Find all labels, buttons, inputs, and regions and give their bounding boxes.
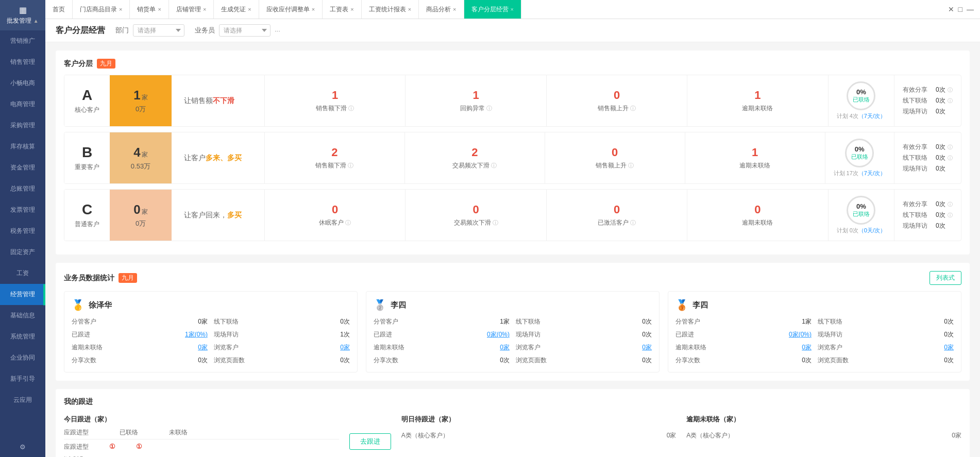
staff-stat-row: 线下联络0次: [516, 317, 652, 326]
sidebar-item-basic[interactable]: 基础信息: [0, 305, 45, 326]
tab-close-sales-order[interactable]: ×: [158, 6, 161, 12]
tier-a-right-stats: 有效分享 0次 ⓘ 线下联络 0次 ⓘ 现场拜访 0次: [894, 75, 961, 126]
customer-tier-badge: 九月: [97, 59, 115, 69]
page-title: 客户分层经营: [56, 25, 105, 36]
main-area: 首页 门店商品目录 × 销货单 × 店铺管理 × 生成凭证 × 应收应付调整单 …: [45, 0, 980, 457]
tier-c-stat-1[interactable]: 0 交易频次下滑 ⓘ: [405, 190, 546, 241]
tier-b-count: 4 家 0.53万: [110, 132, 172, 183]
overdue-follow-title: 逾期未联络（家）: [686, 415, 961, 424]
sidebar-item-salary[interactable]: 工资: [0, 263, 45, 284]
staff-stat-row: 分管客户0家: [72, 317, 208, 326]
tier-a-row: A 核心客户 1 家 0万 让销售额不下滑 1 销售额下滑 ⓘ: [64, 75, 961, 127]
dept-select[interactable]: 请选择: [133, 24, 184, 37]
tab-payroll-report[interactable]: 工资统计报表 ×: [362, 0, 419, 19]
tier-b-row: B 重要客户 4 家 0.53万 让客户多来、多买 2 销售额下滑 ⓘ: [64, 132, 961, 184]
tier-c-slogan: 让客户回来，多买: [172, 190, 264, 241]
go-follow-col: 去跟进: [349, 415, 391, 450]
tier-b-stat-0[interactable]: 2 销售额下滑 ⓘ: [264, 132, 404, 183]
staff-select[interactable]: 请选择: [219, 24, 271, 37]
follow-title: 我的跟进: [64, 397, 93, 407]
close-all-icon[interactable]: ✕: [948, 5, 954, 13]
follow-header: 我的跟进: [64, 397, 961, 407]
staff-stat-row: 分管客户1家: [374, 317, 510, 326]
tab-home[interactable]: 首页: [45, 0, 73, 19]
sidebar-item-finance[interactable]: 资金管理: [0, 157, 45, 178]
tier-a-stat-2[interactable]: 0 销售额上升 ⓘ: [546, 75, 687, 126]
tab-product-analysis[interactable]: 商品分析 ×: [419, 0, 464, 19]
tier-b-stat-1[interactable]: 2 交易频次下滑 ⓘ: [404, 132, 545, 183]
tab-close-ar-ap[interactable]: ×: [312, 6, 315, 12]
sidebar-item-invoice[interactable]: 发票管理: [0, 199, 45, 221]
tier-a-contact: 0% 已联络 计划 4次（7天/次）: [828, 75, 894, 126]
staff-stat-row: 逾期未联络0家: [675, 343, 812, 352]
sidebar-item-batch[interactable]: ▦ 批发管理 ▲: [0, 0, 45, 30]
go-follow-btn[interactable]: 去跟进: [349, 433, 391, 450]
restore-icon[interactable]: □: [958, 5, 962, 13]
list-view-btn[interactable]: 列表式: [930, 271, 961, 285]
sidebar-item-purchase[interactable]: 采购管理: [0, 115, 45, 136]
tier-a-stat-0[interactable]: 1 销售额下滑 ⓘ: [264, 75, 405, 126]
staff-stat-row: 分享次数0次: [374, 356, 510, 365]
staff-stat-row: 分享次数0次: [675, 356, 812, 365]
staff-stats-2: 分管客户1家 线下联络0次 已跟进0家(0%) 现场拜访0次 逾期未联络0家 浏…: [675, 317, 954, 365]
tier-c-stats: 0 休眠客户 ⓘ 0 交易频次下滑 ⓘ 0 已激活客户 ⓘ 0 逾期未联络: [264, 190, 828, 241]
tier-a-stat-3[interactable]: 1 逾期未联络: [687, 75, 827, 126]
tier-a-label: A 核心客户: [64, 75, 110, 126]
silver-medal-icon: 🥈: [374, 299, 386, 311]
sidebar-item-management[interactable]: 经营管理: [0, 284, 45, 305]
tab-sales-order[interactable]: 销货单 ×: [130, 0, 168, 19]
tier-c-stat-2[interactable]: 0 已激活客户 ⓘ: [546, 190, 687, 241]
sidebar-item-ecom[interactable]: 电商管理: [0, 94, 45, 115]
tier-b-stat-3[interactable]: 1 逾期未联络: [685, 132, 825, 183]
dept-filter: 部门 请选择: [115, 24, 184, 37]
tier-a-count: 1 家 0万: [110, 75, 172, 126]
more-filters-icon[interactable]: ···: [275, 27, 280, 35]
sidebar-item-tax[interactable]: 税务管理: [0, 221, 45, 242]
tab-payroll[interactable]: 工资表 ×: [323, 0, 361, 19]
tier-a-stat-1[interactable]: 1 回购异常 ⓘ: [405, 75, 546, 126]
today-follow-col: 今日跟进（家） 应跟进型 已联络 未联络 应跟进型 ① ①: [64, 415, 339, 451]
tab-close-product-analysis[interactable]: ×: [453, 6, 456, 12]
sidebar-item-sales[interactable]: 销售管理: [0, 52, 45, 73]
staff-stat-row: 浏览页面数0次: [214, 356, 350, 365]
tomorrow-follow-col: 明日待跟进（家） A类（核心客户）0家: [401, 415, 677, 440]
sidebar-item-assets[interactable]: 固定资产: [0, 242, 45, 263]
tab-close-customer-tier[interactable]: ×: [511, 6, 514, 12]
tab-close-store-mgmt[interactable]: ×: [203, 6, 206, 12]
tab-store-mgmt[interactable]: 店铺管理 ×: [169, 0, 214, 19]
sidebar-item-collab[interactable]: 企业协同: [0, 347, 45, 368]
sidebar-item-marketing[interactable]: 营销推广: [0, 30, 45, 52]
staff-grid: 🥇 徐泽华 分管客户0家 线下联络0次 已跟进1家(0%) 现场拜访1次 逾期未…: [64, 291, 961, 373]
staff-header-0: 🥇 徐泽华: [72, 299, 350, 311]
staff-badge: 九月: [119, 273, 137, 283]
sidebar-item-cloud[interactable]: 云应用: [0, 390, 45, 411]
staff-stat-row: 现场拜访1次: [214, 330, 350, 339]
staff-card-2: 🥉 李四 分管客户1家 线下联络0次 已跟进0家(0%) 现场拜访0次 逾期未联…: [668, 291, 961, 373]
staff-name-1: 李四: [391, 300, 406, 310]
tab-close-store-products[interactable]: ×: [119, 6, 122, 12]
tab-close-payroll-report[interactable]: ×: [408, 6, 411, 12]
staff-stat-row: 已跟进1家(0%): [72, 330, 208, 339]
staff-stat-row: 逾期未联络0家: [72, 343, 208, 352]
tier-b-label: B 重要客户: [64, 132, 110, 183]
tab-store-products[interactable]: 门店商品目录 ×: [73, 0, 130, 19]
tab-ar-ap[interactable]: 应收应付调整单 ×: [259, 0, 323, 19]
gold-medal-icon: 🥇: [72, 299, 85, 311]
tab-close-gen-voucher[interactable]: ×: [248, 6, 251, 12]
sidebar-item-inventory[interactable]: 库存核算: [0, 136, 45, 157]
sidebar-item-guide[interactable]: 新手引导: [0, 368, 45, 390]
minus-icon[interactable]: —: [967, 5, 974, 13]
tier-c-label: C 普通客户: [64, 190, 110, 241]
sidebar-item-system[interactable]: 系统管理: [0, 326, 45, 347]
tab-customer-tier[interactable]: 客户分层经营 ×: [464, 0, 521, 19]
tier-b-stat-2[interactable]: 0 销售额上升 ⓘ: [545, 132, 685, 183]
tier-c-stat-3[interactable]: 0 逾期未联络: [687, 190, 827, 241]
sidebar-item-ledger[interactable]: 总账管理: [0, 178, 45, 199]
customer-tier-section: 客户分层 九月 A 核心客户 1 家 0万 让销售额不下滑: [56, 50, 970, 255]
tier-c-count: 0 家 0万: [110, 190, 172, 241]
tab-close-payroll[interactable]: ×: [350, 6, 353, 12]
tier-c-stat-0[interactable]: 0 休眠客户 ⓘ: [264, 190, 405, 241]
sidebar-item-ecom-small[interactable]: 小畅电商: [0, 73, 45, 94]
gear-icon[interactable]: ⚙: [0, 437, 45, 457]
tab-gen-voucher[interactable]: 生成凭证 ×: [214, 0, 259, 19]
